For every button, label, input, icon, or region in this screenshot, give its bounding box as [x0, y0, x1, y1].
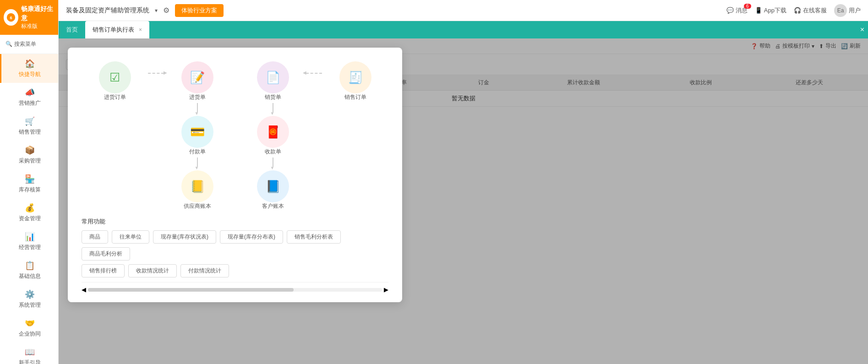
search-icon: 🔍 — [5, 41, 12, 47]
message-button[interactable]: 💬 消息 6 — [726, 6, 748, 15]
func-btn-stock-status[interactable]: 现存量(库存状况表) — [153, 230, 216, 244]
sidebar-nav: 🏠 快捷导航 📣 营销推广 🛒 销售管理 📦 采购管理 🏪 库存核算 💰 — [0, 54, 58, 364]
sidebar-item-operation[interactable]: 📊 经营管理 — [0, 227, 58, 256]
arrow-down-receipt: ▼ — [273, 103, 273, 112]
func-btn-product[interactable]: 商品 — [82, 230, 108, 244]
logo-icon: 6 — [4, 9, 18, 26]
func-btn-sales-profit[interactable]: 销售毛利分析表 — [287, 230, 341, 244]
tab-home[interactable]: 首页 — [59, 21, 85, 38]
chevron-down-icon: ▾ — [155, 7, 158, 14]
popup-overlay[interactable]: ☑ 进货订单 ▶ 📝 — [59, 38, 868, 364]
message-badge: 6 — [744, 4, 751, 9]
sales-order-label: 销售订单 — [344, 93, 366, 101]
sales-bill-icon: 📄 — [257, 61, 289, 93]
sidebar-item-guide[interactable]: 📖 新手引导 — [0, 342, 58, 364]
tab-sales-execution[interactable]: 销售订单执行表 × — [85, 21, 149, 38]
sidebar-logo[interactable]: 6 畅康通好生意 标准版 — [0, 0, 58, 35]
tab-bar-close-button[interactable]: × — [860, 26, 864, 34]
receipt-bill-icon: 🧧 — [257, 116, 289, 148]
system-title: 装备及固定资产辅助管理系统 — [66, 6, 149, 15]
tab-bar: 首页 销售订单执行表 × × — [59, 21, 868, 38]
scrollbar-thumb — [88, 288, 294, 292]
sales-order-icon: 🧾 — [339, 61, 371, 93]
sidebar-search-section: 🔍 搜索菜单 — [0, 35, 58, 54]
download-icon: 📱 — [755, 7, 762, 14]
gear-icon: ⚙ — [163, 6, 169, 14]
sidebar-item-inventory[interactable]: 🏪 库存核算 — [0, 169, 58, 198]
basic-icon: 📋 — [25, 261, 35, 271]
finance-icon: 💰 — [25, 203, 35, 213]
marketing-icon: 📣 — [25, 87, 35, 98]
sidebar-item-marketing[interactable]: 📣 营销推广 — [0, 83, 58, 112]
sidebar-item-sales[interactable]: 🛒 销售管理 — [0, 112, 58, 141]
arrow-1: ▶ — [148, 61, 164, 74]
top-header: 装备及固定资产辅助管理系统 ▾ ⚙ 体验行业方案 💬 消息 6 📱 App下载 — [59, 0, 868, 21]
sidebar-item-enterprise[interactable]: 🤝 企业协同 — [0, 314, 58, 342]
search-menu-button[interactable]: 🔍 搜索菜单 — [4, 38, 55, 50]
sidebar-item-finance[interactable]: 💰 资金管理 — [0, 198, 58, 227]
brand-name: 畅康通好生意 — [21, 5, 55, 22]
headset-icon: 🎧 — [794, 7, 801, 14]
func-btn-payment-stat[interactable]: 付款情况统计 — [180, 264, 229, 277]
payment-bill-label: 付款单 — [189, 148, 206, 156]
supplier-account-label: 供应商账本 — [184, 202, 211, 210]
scroll-right-icon[interactable]: ▶ — [384, 286, 388, 293]
online-service-button[interactable]: 🎧 在线客服 — [794, 6, 827, 15]
main-area: 装备及固定资产辅助管理系统 ▾ ⚙ 体验行业方案 💬 消息 6 📱 App下载 — [59, 0, 868, 364]
func-buttons-row-1: 商品 往来单位 现存量(库存状况表) 现存量(库存分布表) 销售毛利分析表 商品… — [82, 230, 388, 261]
inventory-icon: 🏪 — [25, 174, 35, 184]
purchase-order-label: 进货订单 — [104, 93, 126, 101]
flow-node-sales-bill: 📄 销货单 ▼ 🧧 收款单 — [240, 61, 306, 210]
purchase-order-icon: ☑ — [99, 61, 131, 93]
trial-button[interactable]: 体验行业方案 — [175, 4, 224, 17]
tab-close-icon[interactable]: × — [139, 27, 142, 33]
flow-node-purchase-bill: 📝 进货单 ▼ 💳 付款单 — [164, 61, 230, 210]
arrow-2: ◀ — [306, 61, 322, 74]
purchase-bill-label: 进货单 — [189, 93, 206, 101]
customer-account-label: 客户账本 — [262, 202, 284, 210]
content-area: ❓ 帮助 🖨 按模板打印 ▾ ⬆ 导出 🔄 刷新 — [59, 38, 868, 364]
func-btn-product-profit[interactable]: 商品毛利分析 — [82, 247, 130, 261]
sidebar-item-system[interactable]: ⚙️ 系统管理 — [0, 285, 58, 314]
common-functions-title: 常用功能 — [82, 217, 388, 226]
sidebar-item-purchase[interactable]: 📦 采购管理 — [0, 141, 58, 169]
flow-diagram: ☑ 进货订单 ▶ 📝 — [82, 61, 388, 210]
func-btn-sales-rank[interactable]: 销售排行榜 — [82, 264, 125, 277]
func-btn-receipt-stat[interactable]: 收款情况统计 — [128, 264, 177, 277]
scroll-left-icon[interactable]: ◀ — [82, 286, 86, 293]
payment-bill-icon: 💳 — [181, 116, 213, 148]
sidebar-item-quick-nav[interactable]: 🏠 快捷导航 — [0, 54, 58, 83]
supplier-account-icon: 📒 — [181, 170, 213, 202]
flow-node-sales-order: 🧾 销售订单 — [322, 61, 388, 101]
arrow-down-supplier: ▼ — [197, 158, 198, 167]
flow-node-purchase-order: ☑ 进货订单 — [82, 61, 148, 101]
sales-icon: 🛒 — [25, 116, 35, 126]
brand-version: 标准版 — [21, 22, 55, 30]
guide-icon: 📖 — [25, 347, 35, 357]
home-icon: 🏠 — [25, 59, 35, 69]
arrow-down-customer: ▼ — [273, 158, 273, 167]
purchase-icon: 📦 — [25, 145, 35, 155]
message-icon: 💬 — [726, 7, 734, 14]
header-right: 💬 消息 6 📱 App下载 🎧 在线客服 Ea 用户 — [726, 4, 861, 17]
app-download-button[interactable]: 📱 App下载 — [755, 6, 786, 15]
operation-icon: 📊 — [25, 232, 35, 242]
customer-account-icon: 📘 — [257, 170, 289, 202]
func-btn-stock-dist[interactable]: 现存量(库存分布表) — [220, 230, 283, 244]
common-functions: 常用功能 商品 往来单位 现存量(库存状况表) 现存量(库存分布表) 销售毛利分… — [82, 217, 388, 277]
system-dropdown-button[interactable]: ▾ — [155, 7, 158, 14]
scrollbar-track — [88, 288, 382, 292]
popup-scrollbar[interactable]: ◀ ▶ — [82, 282, 388, 293]
func-btn-partner[interactable]: 往来单位 — [112, 230, 149, 244]
avatar: Ea — [834, 4, 847, 17]
receipt-bill-label: 收款单 — [265, 148, 281, 156]
system-icon: ⚙️ — [25, 289, 35, 299]
sidebar-item-basic[interactable]: 📋 基础信息 — [0, 256, 58, 285]
settings-button[interactable]: ⚙ — [163, 6, 169, 15]
user-menu-button[interactable]: Ea 用户 — [834, 4, 861, 17]
func-buttons-row-2: 销售排行榜 收款情况统计 付款情况统计 — [82, 264, 388, 277]
sidebar: 6 畅康通好生意 标准版 🔍 搜索菜单 🏠 快捷导航 📣 营销推广 — [0, 0, 59, 364]
purchase-bill-icon: 📝 — [181, 61, 213, 93]
svg-text:6: 6 — [10, 16, 12, 20]
popup-card: ☑ 进货订单 ▶ 📝 — [68, 48, 402, 302]
